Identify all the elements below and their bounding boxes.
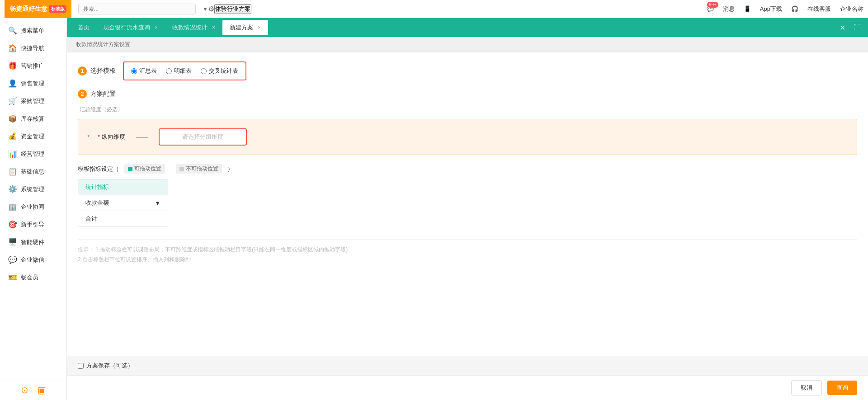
tab-close-all-icon[interactable]: ✕: [837, 23, 848, 33]
section2: 2 方案配置 汇总维度（必选） * * 纵向维度 —— 请选择分组维度: [78, 89, 857, 270]
sidebar-item-purchase[interactable]: 🛒 采购管理: [0, 92, 66, 110]
tab-home[interactable]: 首页: [71, 20, 96, 35]
undraggable-label: 不可拖动位置: [186, 165, 218, 173]
radio-cross-label: 交叉统计表: [209, 67, 238, 75]
sidebar-item-label: 企业协同: [21, 203, 44, 211]
sidebar-item-system[interactable]: ⚙️ 系统管理: [0, 180, 66, 198]
indicator-dropdown-icon[interactable]: ▼: [155, 200, 160, 207]
sidebar-item-label: 新手引导: [21, 221, 44, 229]
radio-summary-input[interactable]: [131, 68, 137, 74]
sidebar-item-member[interactable]: 🎫 畅会员: [0, 268, 66, 286]
top-search-input[interactable]: [78, 4, 196, 14]
system-icon: ⚙️: [8, 185, 17, 193]
footer-buttons: 取消 查询: [67, 375, 868, 400]
trial-button[interactable]: 体验行业方案: [214, 4, 251, 14]
finance-icon: 💰: [8, 132, 17, 141]
dim-selector[interactable]: 请选择分组维度: [159, 128, 247, 146]
sidebar-item-search-menu[interactable]: 🔍 搜索菜单: [0, 22, 66, 39]
sidebar-item-marketing[interactable]: 🎁 营销推广: [0, 57, 66, 75]
cancel-button[interactable]: 取消: [791, 380, 822, 395]
top-bar: 畅捷通好生意 标准版 ▼ ⚙ 体验行业方案 💬 99+ 消息 📱 App下载 🎧…: [0, 0, 868, 18]
notification-label[interactable]: 消息: [723, 5, 735, 13]
tips-area: 提示： 1.拖动标题栏可以调整布局，不可跨维度或指标区域拖动栏目字段(只能在同一…: [78, 239, 857, 270]
marketing-icon: 🎁: [8, 61, 17, 70]
tab-cashflow-close[interactable]: ×: [155, 24, 158, 31]
section1-header: 1 选择模板 汇总表 明细表: [78, 61, 857, 80]
sidebar-item-operations[interactable]: 📊 经营管理: [0, 145, 66, 163]
tab-receivable[interactable]: 收款情况统计 ×: [165, 20, 222, 35]
sidebar-item-label: 系统管理: [21, 185, 44, 193]
member-icon: 🎫: [8, 273, 17, 282]
content-area: 首页 现金银行流水查询 × 收款情况统计 × 新建方案 × ✕ ⛶ 收款情况统计…: [67, 18, 868, 400]
radio-detail[interactable]: 明细表: [166, 67, 192, 75]
app-name: 畅捷通好生意: [9, 5, 47, 13]
tab-bar-actions: ✕ ⛶: [837, 23, 863, 33]
sub-label-dimension: 汇总维度（必选）: [78, 106, 857, 113]
sidebar-item-label: 经营管理: [21, 150, 44, 158]
tab-new-plan-close[interactable]: ×: [258, 24, 261, 31]
section2-number: 2: [78, 89, 87, 99]
nodrag-dot-icon: [179, 167, 184, 171]
guide-icon: 🎯: [8, 220, 17, 229]
tab-expand-icon[interactable]: ⛶: [851, 23, 863, 33]
sidebar-footer-icon1[interactable]: ⊙: [21, 385, 28, 395]
tab-new-plan[interactable]: 新建方案 ×: [222, 20, 268, 35]
draggable-label: 可拖动位置: [134, 165, 161, 173]
radio-cross[interactable]: 交叉统计表: [201, 67, 238, 75]
tab-cashflow-label: 现金银行流水查询: [103, 24, 150, 32]
indicator-row-receivable: 收款金额 ▼: [78, 195, 168, 211]
required-star: *: [87, 134, 90, 141]
sidebar-item-label: 搜索菜单: [21, 27, 44, 35]
sidebar-item-weixin[interactable]: 💬 企业微信: [0, 251, 66, 268]
sidebar-item-sales[interactable]: 👤 销售管理: [0, 75, 66, 92]
main-layout: 🔍 搜索菜单 🏠 快捷导航 🎁 营销推广 👤 销售管理 🛒 采购管理 📦 库存核…: [0, 18, 868, 400]
sidebar-item-label: 库存核算: [21, 115, 44, 123]
form-area: 1 选择模板 汇总表 明细表: [67, 52, 868, 356]
breadcrumb: 收款情况统计方案设置: [67, 37, 868, 52]
save-checkbox-label[interactable]: 方案保存（可选）: [78, 362, 133, 370]
app-download-label[interactable]: App下载: [760, 5, 782, 13]
sidebar-item-label: 快捷导航: [21, 44, 44, 52]
indicator-close-paren: ）: [227, 165, 233, 173]
sidebar-item-enterprise[interactable]: 🏢 企业协同: [0, 198, 66, 216]
sidebar-item-label: 企业微信: [21, 256, 44, 264]
radio-cross-input[interactable]: [201, 68, 207, 74]
sidebar-footer-icon2[interactable]: ▣: [38, 385, 46, 395]
search-dropdown-icon[interactable]: ▼: [203, 6, 208, 12]
radio-group: 汇总表 明细表 交叉统计表: [131, 67, 238, 75]
sidebar-item-label: 销售管理: [21, 80, 44, 88]
quick-nav-icon: 🏠: [8, 44, 17, 52]
gear-icon[interactable]: ⚙: [208, 5, 214, 13]
tip-line-2: 2.点击标题栏下拉可设置排序、插入列和删除列: [78, 255, 857, 265]
indicator-row-total: 合计: [78, 211, 168, 226]
indicator-section: 模板指标设定（ 可拖动位置 不可拖动位置 ）: [78, 164, 857, 228]
save-checkbox-text: 方案保存（可选）: [86, 362, 133, 370]
service-label[interactable]: 在线客服: [807, 5, 831, 13]
sidebar-item-guide[interactable]: 🎯 新手引导: [0, 216, 66, 233]
sidebar-item-basic-info[interactable]: 📋 基础信息: [0, 163, 66, 180]
indicator-table-header: 统计指标: [78, 179, 168, 195]
sidebar-item-quick-nav[interactable]: 🏠 快捷导航: [0, 39, 66, 57]
version-badge: 标准版: [49, 5, 66, 13]
sidebar-item-hardware[interactable]: 🖥️ 智能硬件: [0, 233, 66, 251]
tab-receivable-close[interactable]: ×: [212, 24, 215, 31]
radio-summary-label: 汇总表: [139, 67, 157, 75]
radio-summary[interactable]: 汇总表: [131, 67, 157, 75]
sidebar-item-inventory[interactable]: 📦 库存核算: [0, 110, 66, 127]
tab-cashflow[interactable]: 现金银行流水查询 ×: [96, 20, 165, 35]
vertical-dim-label: * 纵向维度: [98, 133, 125, 141]
radio-detail-input[interactable]: [166, 68, 172, 74]
sidebar-item-label: 基础信息: [21, 168, 44, 176]
inventory-icon: 📦: [8, 114, 17, 123]
bottom-bar: 方案保存（可选）: [67, 356, 868, 375]
indicator-row2-label: 合计: [85, 215, 97, 223]
save-checkbox-input[interactable]: [78, 363, 84, 369]
notification-icon[interactable]: 💬 99+: [707, 5, 714, 12]
query-button[interactable]: 查询: [827, 381, 857, 395]
app-download-icon: 📱: [744, 5, 751, 12]
logo: 畅捷通好生意 标准版: [5, 0, 71, 18]
username-label[interactable]: 企业名称: [840, 5, 863, 13]
drag-dot-icon: [128, 167, 132, 171]
section1-title: 选择模板: [90, 67, 116, 75]
sidebar-item-finance[interactable]: 💰 资金管理: [0, 127, 66, 145]
